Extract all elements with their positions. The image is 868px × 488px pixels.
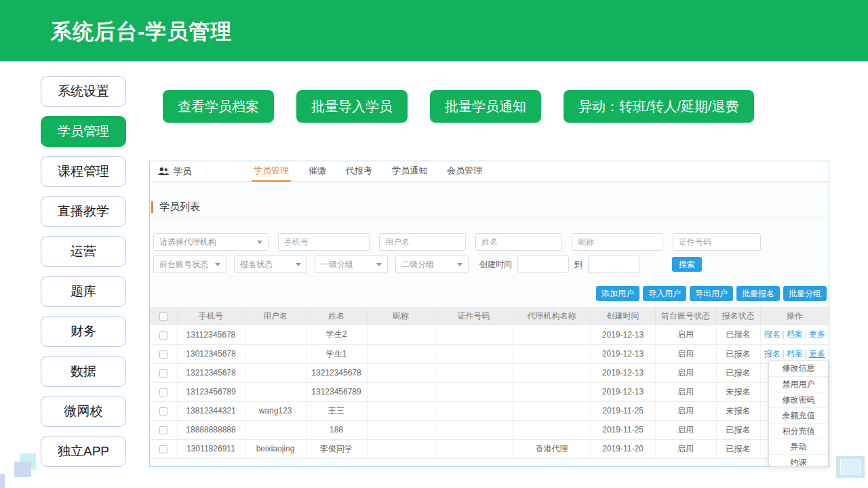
row-checkbox[interactable] xyxy=(159,331,167,340)
cell-phone: 13212345678 xyxy=(177,363,245,382)
filter-select2-1[interactable]: 报名状态 xyxy=(234,256,307,273)
filter-input-3[interactable] xyxy=(475,233,562,251)
sidebar-item-8[interactable]: 微网校 xyxy=(41,396,126,427)
row-checkbox[interactable] xyxy=(159,445,167,453)
tab-0[interactable]: 学员管理 xyxy=(252,161,291,182)
column-header-5: 代理机构名称 xyxy=(513,307,591,325)
sidebar-item-4[interactable]: 运营 xyxy=(41,236,126,267)
row-checkbox[interactable] xyxy=(159,369,167,378)
bulk-button-0[interactable]: 添加用户 xyxy=(596,286,639,301)
table-row: 13212345678132123456782019-12-13启用已报名 xyxy=(150,363,829,382)
date-to-input[interactable] xyxy=(588,256,639,273)
bulk-button-4[interactable]: 批量分组 xyxy=(783,286,827,301)
filter-select-label: 报名状态 xyxy=(240,259,273,270)
tab-2[interactable]: 代报考 xyxy=(344,161,374,182)
filter-select2-0[interactable]: 前台账号状态 xyxy=(153,256,226,273)
cell-signup_status: 已报名 xyxy=(716,420,760,439)
cell-created: 2019-11-25 xyxy=(591,420,655,439)
cell-phone: 13123456789 xyxy=(177,382,245,401)
cell-name: 王三 xyxy=(306,401,367,420)
chevron-down-icon xyxy=(215,263,220,266)
menu-item-0[interactable]: 修改信息 xyxy=(769,361,828,376)
cell-account_status: 启用 xyxy=(655,439,716,458)
filter-input-2[interactable] xyxy=(379,233,466,251)
sidebar-item-1[interactable]: 学员管理 xyxy=(41,116,126,147)
cell-created: 2019-12-13 xyxy=(591,382,655,401)
sidebar-item-7[interactable]: 数据 xyxy=(41,356,126,387)
bulk-button-3[interactable]: 批量报名 xyxy=(736,286,780,301)
cell-phone: 13812344321 xyxy=(177,401,245,420)
cell-id_number xyxy=(435,401,513,420)
filter-input-5[interactable] xyxy=(673,233,761,251)
action-separator: | xyxy=(783,349,785,359)
menu-item-1[interactable]: 禁用用户 xyxy=(769,376,828,392)
column-header-2: 姓名 xyxy=(306,307,367,325)
row-action-signup[interactable]: 报名 xyxy=(764,329,781,339)
row-checkbox[interactable] xyxy=(159,426,167,434)
date-from-input[interactable] xyxy=(517,256,569,273)
bulk-button-2[interactable]: 导出用户 xyxy=(690,286,733,301)
menu-item-4[interactable]: 积分充值 xyxy=(769,423,828,439)
row-select-cell xyxy=(150,420,177,439)
menu-item-2[interactable]: 修改密码 xyxy=(769,392,828,407)
students-table: 手机号用户名姓名昵称证件号码代理机构名称创建时间前台账号状态报名状态操作1311… xyxy=(150,307,829,459)
tab-3[interactable]: 学员通知 xyxy=(390,161,429,182)
row-checkbox[interactable] xyxy=(159,350,167,359)
filter-select2-2[interactable]: 一级分组 xyxy=(315,256,388,273)
filter-input-4[interactable] xyxy=(572,233,663,251)
cell-created: 2019-11-25 xyxy=(591,401,655,420)
search-button[interactable]: 搜索 xyxy=(672,257,702,272)
row-checkbox[interactable] xyxy=(159,407,167,415)
filter-select-label: 前台账号状态 xyxy=(159,259,208,270)
table-row: 13112345678学生22019-12-13启用已报名报名|档案|更多 xyxy=(150,325,829,344)
sidebar: 系统设置学员管理课程管理直播教学运营题库财务数据微网校独立APP xyxy=(41,76,126,476)
tab-4[interactable]: 会员管理 xyxy=(445,161,484,182)
row-action-more[interactable]: 更多 xyxy=(809,349,825,359)
chevron-down-icon xyxy=(457,263,462,266)
sidebar-item-6[interactable]: 财务 xyxy=(41,316,126,347)
menu-item-6[interactable]: 约课 xyxy=(769,454,828,467)
row-action-signup[interactable]: 报名 xyxy=(764,349,781,359)
table-row: 13011826911beixiaojing李俊同学香港代理2019-11-20… xyxy=(150,439,829,458)
cell-id_number xyxy=(435,363,513,382)
filter-input-1[interactable] xyxy=(278,233,370,251)
tab-bar: 学员管理催缴代报考学员通知会员管理 xyxy=(252,161,484,182)
cell-account_status: 启用 xyxy=(655,325,716,344)
chevron-down-icon xyxy=(296,263,301,266)
cell-agency xyxy=(513,325,591,344)
decorative-square-lavender xyxy=(14,462,31,477)
filter-select-0[interactable]: 请选择代理机构 xyxy=(153,233,269,251)
row-action-archive[interactable]: 档案 xyxy=(787,329,803,339)
row-checkbox[interactable] xyxy=(159,388,167,396)
cell-nickname xyxy=(367,344,435,363)
sidebar-item-5[interactable]: 题库 xyxy=(41,276,126,307)
tab-1[interactable]: 催缴 xyxy=(307,161,328,182)
decorative-square-inner xyxy=(840,460,861,474)
sidebar-item-3[interactable]: 直播教学 xyxy=(41,196,126,227)
row-action-archive[interactable]: 档案 xyxy=(787,349,803,359)
quick-actions-row: 查看学员档案批量导入学员批量学员通知异动：转班/转人/延期/退费 xyxy=(163,90,754,123)
student-panel: 学员 学员管理催缴代报考学员通知会员管理 学员列表 请选择代理机构 前台账号状态… xyxy=(149,161,829,467)
cell-signup_status: 已报名 xyxy=(716,325,760,344)
cell-account_status: 启用 xyxy=(655,382,716,401)
cell-id_number xyxy=(435,325,513,344)
select-all-checkbox[interactable] xyxy=(159,312,167,321)
row-more-menu: 修改信息禁用用户修改密码余额充值积分充值异动约课 xyxy=(768,360,829,467)
menu-item-5[interactable]: 异动 xyxy=(769,439,828,454)
quick-action-button-2[interactable]: 批量学员通知 xyxy=(430,90,541,123)
cell-name: 学生1 xyxy=(306,344,367,363)
quick-action-button-3[interactable]: 异动：转班/转人/延期/退费 xyxy=(564,90,754,123)
bulk-button-1[interactable]: 导入用户 xyxy=(643,286,686,301)
quick-action-button-1[interactable]: 批量导入学员 xyxy=(296,90,408,123)
row-action-more[interactable]: 更多 xyxy=(809,329,825,339)
cell-signup_status: 未报名 xyxy=(716,382,760,401)
menu-item-3[interactable]: 余额充值 xyxy=(769,407,828,423)
sidebar-item-2[interactable]: 课程管理 xyxy=(41,156,126,187)
quick-action-button-0[interactable]: 查看学员档案 xyxy=(163,90,274,123)
sidebar-item-0[interactable]: 系统设置 xyxy=(41,76,126,107)
select-all-header-cell xyxy=(150,307,177,325)
filter-select2-3[interactable]: 二级分组 xyxy=(395,256,469,273)
cell-phone: 18888888888 xyxy=(177,420,245,439)
sidebar-item-9[interactable]: 独立APP xyxy=(41,436,126,467)
cell-account_status: 启用 xyxy=(655,363,716,382)
